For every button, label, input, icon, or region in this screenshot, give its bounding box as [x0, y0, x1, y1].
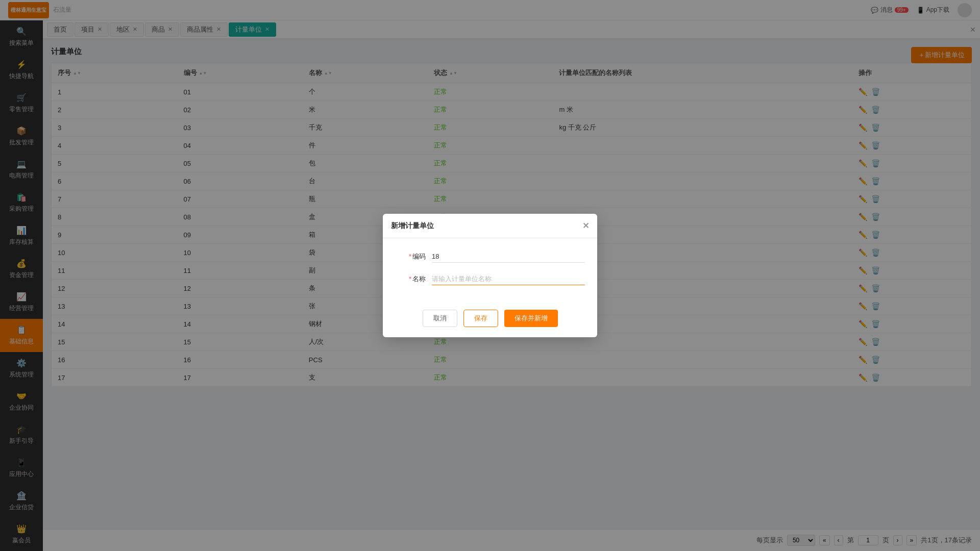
code-form-row: *编码	[395, 251, 585, 263]
modal-overlay[interactable]: 新增计量单位 ✕ *编码 *名称 取消 保存 保存并新增	[0, 0, 980, 551]
modal-close-button[interactable]: ✕	[582, 221, 589, 231]
name-label: *名称	[395, 274, 426, 284]
save-button[interactable]: 保存	[463, 310, 498, 327]
modal-body: *编码 *名称	[383, 238, 597, 304]
name-required: *	[409, 275, 411, 283]
modal-header: 新增计量单位 ✕	[383, 214, 597, 238]
cancel-button[interactable]: 取消	[423, 310, 457, 327]
modal-footer: 取消 保存 保存并新增	[383, 304, 597, 337]
code-required: *	[409, 253, 411, 260]
save-and-new-button[interactable]: 保存并新增	[504, 310, 558, 327]
name-input[interactable]	[432, 273, 585, 285]
code-input[interactable]	[432, 251, 585, 263]
code-label: *编码	[395, 252, 426, 261]
name-form-row: *名称	[395, 273, 585, 285]
modal: 新增计量单位 ✕ *编码 *名称 取消 保存 保存并新增	[383, 214, 597, 337]
modal-title: 新增计量单位	[391, 221, 434, 231]
